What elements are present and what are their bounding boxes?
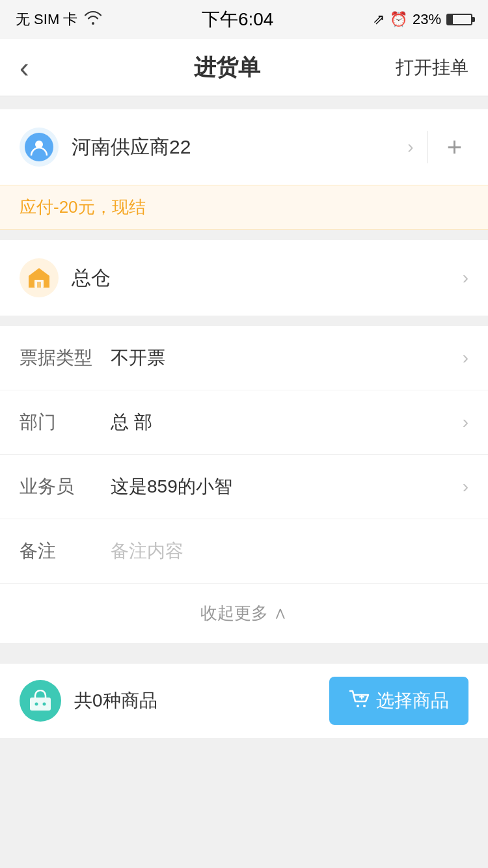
svg-rect-3 [30,698,51,711]
bottom-product-bar: 共0种商品 选择商品 [0,664,488,738]
warehouse-section: 总仓 › [0,240,488,316]
collapse-bar[interactable]: 收起更多 ∧ [0,583,488,643]
supplier-row[interactable]: 河南供应商22 › + [0,109,488,185]
page-title: 进货单 [194,53,260,83]
salesperson-chevron-icon: › [463,476,468,497]
nav-bar: ‹ 进货单 打开挂单 [0,39,488,96]
status-bar: 无 SIM 卡 下午6:04 ⇗ ⏰ 23% [0,0,488,39]
svg-point-6 [357,705,359,707]
form-section: 票据类型 不开票 › 部门 总 部 › 业务员 这是859的小智 › 备注 备注… [0,326,488,643]
svg-point-7 [363,705,366,707]
svg-rect-2 [37,282,41,288]
collapse-label: 收起更多 ∧ [200,602,287,625]
invoice-type-chevron-icon: › [463,347,468,368]
product-icon [20,680,61,722]
department-row[interactable]: 部门 总 部 › [0,390,488,454]
battery-icon [446,14,472,25]
select-goods-button[interactable]: 选择商品 [329,677,468,725]
status-indicators: ⇗ ⏰ 23% [373,11,472,28]
supplier-section: 河南供应商22 › + 应付-20元，现结 [0,109,488,230]
gap-3 [0,643,488,653]
status-time: 下午6:04 [202,7,274,32]
carrier-text: 无 SIM 卡 [16,10,77,29]
warehouse-chevron-icon: › [463,267,468,288]
svg-point-4 [35,703,38,706]
salesperson-label: 业务员 [20,474,111,499]
select-goods-label: 选择商品 [376,688,449,713]
supplier-chevron-icon: › [407,137,413,157]
supplier-avatar [20,128,59,167]
select-goods-cart-icon [349,690,370,712]
invoice-type-label: 票据类型 [20,346,111,370]
department-label: 部门 [20,410,111,435]
product-count: 共0种商品 [74,688,329,713]
vertical-divider [427,131,427,163]
supplier-name: 河南供应商22 [72,134,407,161]
alarm-icon: ⏰ [390,11,407,28]
battery-percent: 23% [413,11,441,28]
add-supplier-button[interactable]: + [441,133,468,162]
remark-input[interactable]: 备注内容 [111,539,468,563]
notice-text: 应付-20元，现结 [20,197,146,217]
warehouse-row[interactable]: 总仓 › [0,240,488,316]
gap-1 [0,230,488,240]
location-icon: ⇗ [373,11,385,28]
wifi-icon [84,10,102,29]
remark-row[interactable]: 备注 备注内容 [0,519,488,583]
invoice-type-value: 不开票 [111,346,463,370]
page-background [0,738,488,868]
top-divider [0,96,488,109]
remark-label: 备注 [20,539,111,563]
warehouse-icon [20,258,59,297]
salesperson-value: 这是859的小智 [111,474,463,499]
svg-point-5 [43,703,46,706]
invoice-type-row[interactable]: 票据类型 不开票 › [0,326,488,390]
open-pending-button[interactable]: 打开挂单 [396,55,468,80]
warehouse-name: 总仓 [72,265,463,292]
department-chevron-icon: › [463,412,468,433]
avatar-icon [25,133,53,161]
back-button[interactable]: ‹ [20,51,59,84]
gap-2 [0,316,488,326]
salesperson-row[interactable]: 业务员 这是859的小智 › [0,454,488,519]
department-value: 总 部 [111,410,463,435]
notice-banner: 应付-20元，现结 [0,185,488,230]
status-carrier: 无 SIM 卡 [16,10,102,29]
